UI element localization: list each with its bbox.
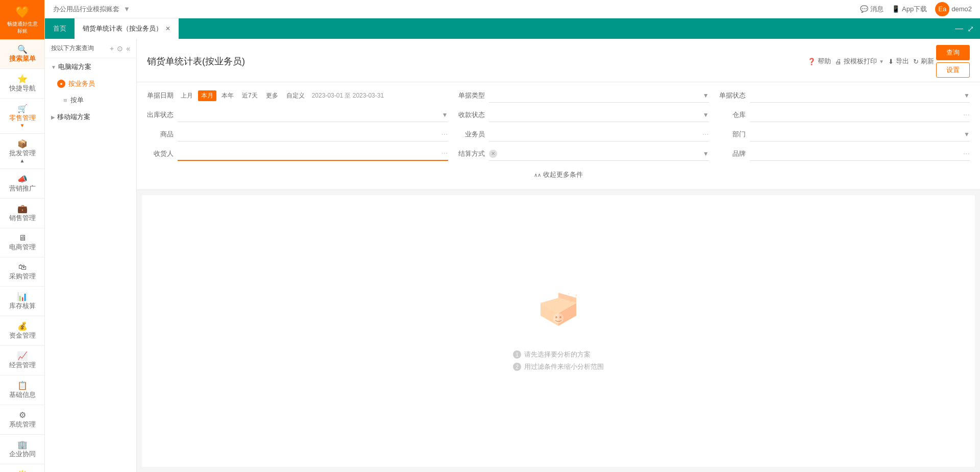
app-logo[interactable]: 🧡 畅捷通好生意 标账	[0, 0, 44, 39]
sidebar-item-search[interactable]: 🔍 搜索菜单	[0, 39, 44, 69]
dept-control[interactable]: ▼	[750, 127, 970, 141]
refresh-btn[interactable]: ↻ 刷新	[913, 57, 934, 66]
sidebar-item-quick-nav[interactable]: ⭐ 快捷导航	[0, 69, 44, 99]
warehouse-dots[interactable]: ···	[963, 110, 970, 120]
settle-inner[interactable]: ✕ ▼	[489, 150, 709, 158]
download-icon: 📱	[892, 5, 900, 13]
doc-status-control[interactable]: ▼	[750, 88, 970, 103]
sidebar-item-sales[interactable]: 💼 销售管理	[0, 199, 44, 228]
date-label: 单据日期	[147, 91, 178, 100]
sidebar-item-finance[interactable]: 💰 资金管理	[0, 316, 44, 346]
date-tab-7days[interactable]: 近7天	[239, 90, 261, 101]
account-name[interactable]: 办公用品行业模拟账套	[53, 5, 119, 14]
mobile-group-arrow: ▶	[51, 114, 55, 120]
user-btn[interactable]: Ea demo2	[935, 2, 972, 16]
goods-filter-cell: 商品 ···	[147, 127, 448, 141]
sidebar-item-enterprise[interactable]: 🏢 企业协同	[0, 435, 44, 464]
date-tab-this-year[interactable]: 本年	[218, 90, 237, 101]
brand-control[interactable]: ···	[750, 147, 970, 161]
scheme-settings-btn[interactable]: ⊙	[117, 44, 123, 53]
doc-type-inner[interactable]: ▼	[489, 92, 709, 99]
query-btn[interactable]: 查询	[936, 45, 970, 60]
print-icon: 🖨	[835, 58, 842, 65]
sidebar-item-marketing[interactable]: 📣 营销推广	[0, 169, 44, 199]
mobile-group-toggle[interactable]: ▶ 移动端方案	[45, 108, 136, 126]
svg-point-6	[559, 316, 561, 318]
settle-control[interactable]: ✕ ▼	[489, 147, 709, 161]
scheme-item-by-sales[interactable]: ● 按业务员	[45, 76, 136, 92]
date-tab-last-month[interactable]: 上月	[178, 90, 196, 101]
doc-status-inner[interactable]: ▼	[750, 92, 970, 99]
goods-inner[interactable]: ···	[178, 130, 448, 139]
date-tabs: 上月 本月 本年 近7天 更多 自定义	[178, 90, 308, 101]
expand-icon2: ▲	[3, 158, 42, 163]
scheme-by-order-label: 按单	[70, 96, 84, 105]
receipt-status-control[interactable]: ▼	[489, 108, 709, 122]
export-label: 导出	[896, 57, 909, 66]
enterprise-label: 企业协同	[3, 450, 42, 459]
messages-btn[interactable]: 💬 消息	[860, 5, 884, 14]
receiver-dots[interactable]: ···	[441, 149, 448, 158]
print-btn[interactable]: 🖨 按模板打印 ▼	[835, 57, 884, 66]
add-scheme-btn[interactable]: +	[110, 44, 114, 53]
date-tab-this-month[interactable]: 本月	[198, 90, 216, 101]
dropdown-arrow[interactable]: ▼	[124, 5, 130, 13]
export-btn[interactable]: ⬇ 导出	[888, 57, 909, 66]
sidebar-item-retail[interactable]: 🛒 零售管理 ▼	[0, 99, 44, 134]
goods-control[interactable]: ···	[178, 127, 448, 141]
receipt-status-inner[interactable]: ▼	[489, 111, 709, 119]
out-status-control[interactable]: ▼	[178, 108, 448, 122]
sidebar-item-sys-mgmt[interactable]: ⚙ 系统管理	[0, 405, 44, 435]
inventory-label: 库存核算	[3, 301, 42, 311]
mobile-group-label: 移动端方案	[57, 112, 90, 122]
set-btn[interactable]: 设置	[936, 62, 970, 78]
brand-inner[interactable]: ···	[750, 149, 970, 158]
help-btn[interactable]: ❓ 帮助	[807, 57, 831, 66]
date-tab-more[interactable]: 更多	[263, 90, 281, 101]
sidebar-item-purchase[interactable]: 🛍 采购管理	[0, 257, 44, 287]
warehouse-inner[interactable]: ···	[750, 110, 970, 120]
app-download-btn[interactable]: 📱 App下载	[892, 5, 927, 14]
settle-clear-btn[interactable]: ✕	[489, 150, 497, 158]
tab-home[interactable]: 首页	[45, 18, 75, 39]
sidebar-item-basic-info[interactable]: 📋 基础信息	[0, 375, 44, 405]
tab-minimize-btn[interactable]: —	[955, 24, 963, 33]
sidebar-item-operations[interactable]: 📈 经营管理	[0, 346, 44, 375]
wholesale-label: 批发管理	[3, 149, 42, 158]
sidebar-item-inventory[interactable]: 📊 库存核算	[0, 287, 44, 316]
print-label: 按模板打印	[844, 57, 877, 66]
date-tab-custom[interactable]: 自定义	[283, 90, 308, 101]
brand-dots[interactable]: ···	[963, 149, 970, 158]
sidebar-item-ecommerce[interactable]: 🖥 电商管理	[0, 228, 44, 257]
sidebar-item-wholesale[interactable]: 📦 批发管理 ▲	[0, 134, 44, 169]
receiver-control[interactable]: ···	[178, 147, 448, 161]
enterprise-icon: 🏢	[3, 440, 42, 450]
salesperson-dots[interactable]: ···	[702, 130, 708, 139]
out-status-arrow: ▼	[442, 111, 448, 119]
desktop-group-toggle[interactable]: ▼ 电脑端方案	[45, 58, 136, 76]
search-label: 搜索菜单	[3, 54, 42, 63]
tab-maximize-btn[interactable]: ⤢	[967, 24, 974, 34]
dept-inner[interactable]: ▼	[750, 131, 970, 138]
sidebar-item-newbie[interactable]: 🌟 新手引导	[0, 464, 44, 472]
purchase-label: 采购管理	[3, 272, 42, 281]
salesperson-inner[interactable]: ···	[489, 130, 709, 139]
sidebar: 🧡 畅捷通好生意 标账 🔍 搜索菜单 ⭐ 快捷导航 🛒 零售管理 ▼ 📦 批发管…	[0, 0, 45, 472]
collapse-panel-btn[interactable]: «	[126, 44, 130, 53]
dept-filter-cell: 部门 ▼	[719, 127, 970, 141]
doc-status-arrow: ▼	[964, 92, 970, 99]
tab-sales-stat[interactable]: 销货单统计表（按业务员） ✕	[75, 18, 179, 39]
doc-type-control[interactable]: ▼	[489, 88, 709, 103]
salesperson-control[interactable]: ···	[489, 127, 709, 141]
collapse-more-btn[interactable]: ∧∧ 收起更多条件	[147, 166, 970, 183]
tab-bar-right: — ⤢	[955, 24, 980, 34]
svg-point-7	[570, 299, 573, 302]
scheme-item-by-order[interactable]: ≡ 按单	[45, 92, 136, 108]
goods-dots[interactable]: ···	[441, 130, 448, 139]
tab-close-btn[interactable]: ✕	[165, 25, 170, 32]
page-header: 销货单统计表(按业务员) ❓ 帮助 🖨 按模板打印 ▼ ⬇	[137, 39, 980, 82]
sales-icon: 💼	[3, 204, 42, 214]
receiver-inner[interactable]: ···	[178, 149, 448, 158]
out-status-inner[interactable]: ▼	[178, 111, 448, 119]
warehouse-control[interactable]: ···	[750, 108, 970, 122]
